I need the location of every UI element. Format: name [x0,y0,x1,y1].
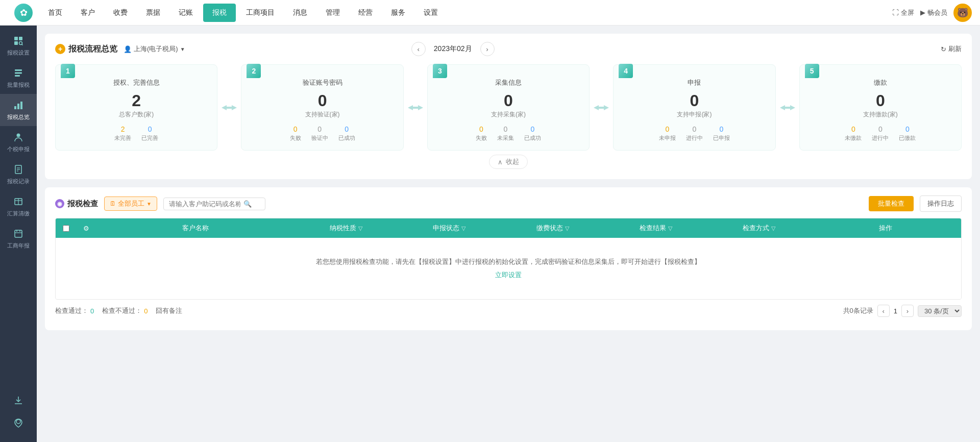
per-page-select[interactable]: 30 条/页 [918,305,962,317]
step-stat-num-2-1: 0 [317,125,322,133]
sidebar-item-reconcile[interactable]: 汇算清缴 [0,190,37,223]
refresh-button[interactable]: ↻ 刷新 [941,44,962,54]
nav-customer[interactable]: 客户 [71,0,104,26]
step-label-5: 支持缴款(家) [863,110,898,119]
th-declare-status-text: 申报状态 [433,224,459,233]
location-text: 上海(电子税局) [134,44,178,54]
th-checkbox[interactable] [56,220,76,237]
location-badge[interactable]: 👤 上海(电子税局) ▼ [124,44,185,54]
sidebar-item-tax-overview[interactable]: 报税总览 [0,94,37,126]
collapse-button[interactable]: ∧ 收起 [489,155,528,169]
step-stat-label-1-0: 未完善 [114,134,131,142]
svg-line-6 [22,44,23,45]
collapse-up-icon: ∧ [498,158,503,166]
sidebar-label-batch-tax: 批量报税 [7,81,30,89]
step-card-4: 4 申报 0 支持申报(家) 0 未申报 0 进行中 [613,64,775,151]
step-stat-num-1-0: 2 [121,125,125,133]
batch-check-button[interactable]: 批量检查 [869,196,914,211]
step-number-2: 2 [247,64,261,78]
month-text: 2023年02月 [434,44,472,54]
sidebar-label-tax-record: 报税记录 [7,178,30,185]
step-stat-4-2: 0 已申报 [713,125,730,142]
svg-text:🐻: 🐻 [957,7,969,18]
empty-message: 若您想使用报税检查功能，请先在【报税设置】中进行报税的初始化设置，完成密码验证和… [316,242,701,295]
next-page-button[interactable]: › [901,305,914,317]
sidebar-item-batch-tax[interactable]: 批量报税 [0,62,37,94]
vip-button[interactable]: ▶ 畅会员 [920,8,947,17]
employee-filter[interactable]: 🗓 全部员工 ▼ [104,197,157,211]
step-stat-num-4-0: 0 [666,125,670,133]
th-check-method[interactable]: 检查方式 ▽ [707,218,811,238]
step-arrow-4 [776,64,799,151]
nav-service[interactable]: 服务 [382,0,414,26]
nav-invoice[interactable]: 票据 [137,0,169,26]
search-input[interactable] [169,200,240,208]
select-all-checkbox[interactable] [63,225,69,232]
nav-bookkeeping[interactable]: 记账 [169,0,202,26]
check-title-text: 报税检查 [67,199,98,209]
prev-month-button[interactable]: ‹ [411,42,426,56]
vip-icon: ▶ [920,9,925,16]
th-declare-status[interactable]: 申报状态 ▽ [398,218,501,238]
location-chevron-icon: ▼ [180,46,185,52]
sidebar-item-download[interactable] [12,389,24,411]
step-stats-5: 0 未缴款 0 进行中 0 已缴款 [845,125,916,142]
nav-manage[interactable]: 管理 [316,0,349,26]
nav-settings[interactable]: 设置 [414,0,447,26]
step-stat-1-1: 0 已完善 [141,125,158,142]
nav-tax[interactable]: 报税 [203,4,236,22]
nav-fee[interactable]: 收费 [104,0,137,26]
step-stats-3: 0 失败 0 未采集 0 已成功 [476,125,541,142]
footer-fail-count[interactable]: 0 [144,307,148,315]
next-month-button[interactable]: › [480,42,495,56]
fullscreen-icon: ⛶ [892,9,899,16]
th-tax-nature[interactable]: 纳税性质 ▽ [295,218,398,238]
step-number-4: 4 [619,64,633,78]
sidebar-item-tax-settings[interactable]: 报税设置 [0,30,37,62]
main-layout: 报税设置 批量报税 报税总览 个税申报 报税记录 [0,26,980,442]
step-count-1: 2 [132,91,141,110]
step-number-5: 5 [805,64,819,78]
step-stat-num-5-0: 0 [851,125,855,133]
th-declare-filter-icon: ▽ [461,225,465,232]
step-stat-num-3-2: 0 [531,125,535,133]
step-stat-4-1: 0 进行中 [686,125,703,142]
th-settings[interactable]: ⚙ [76,219,96,237]
th-operations-text: 操作 [879,224,892,233]
sidebar: 报税设置 批量报税 报税总览 个税申报 报税记录 [0,26,37,442]
th-tax-nature-text: 纳税性质 [330,224,356,233]
sidebar-item-annual-report[interactable]: 工商年报 [0,223,37,255]
fullscreen-button[interactable]: ⛶ 全屏 [892,8,914,17]
ops-log-button[interactable]: 操作日志 [920,195,962,212]
th-check-result[interactable]: 检查结果 ▽ [604,218,707,238]
nav-message[interactable]: 消息 [284,0,316,26]
th-check-method-filter-icon: ▽ [771,225,775,232]
step-stat-label-5-0: 未缴款 [845,134,862,142]
svg-rect-3 [19,37,22,40]
footer-pass-count[interactable]: 0 [90,307,94,315]
setup-link[interactable]: 立即设置 [316,271,701,280]
th-check-method-text: 检查方式 [743,224,769,233]
svg-rect-9 [15,75,20,77]
sidebar-item-tax-record[interactable]: 报税记录 [0,158,37,190]
step-stat-2-1: 0 验证中 [311,125,328,142]
search-box[interactable]: 🔍 [163,198,265,210]
sidebar-item-personal-tax[interactable]: 个税申报 [0,126,37,158]
step-stat-3-1: 0 未采集 [497,125,514,142]
th-payment-status[interactable]: 缴费状态 ▽ [501,218,604,238]
svg-point-27 [16,420,20,424]
nav-business[interactable]: 工商项目 [237,0,284,26]
svg-rect-2 [14,37,18,40]
step-title-1: 授权、完善信息 [113,78,160,87]
first-page-button[interactable]: ‹ [877,305,890,317]
sidebar-item-location[interactable] [12,411,24,434]
svg-point-13 [17,134,20,137]
footer-note-label: 囧有备注 [156,306,182,315]
svg-rect-4 [14,41,18,45]
nav-operation[interactable]: 经营 [349,0,382,26]
step-stat-num-3-0: 0 [479,125,483,133]
svg-rect-21 [15,230,22,237]
step-card-1: 1 授权、完善信息 2 总客户数(家) 2 未完善 0 已完善 [55,64,217,151]
nav-home[interactable]: 首页 [39,0,71,26]
th-tax-nature-filter-icon: ▽ [358,225,362,232]
